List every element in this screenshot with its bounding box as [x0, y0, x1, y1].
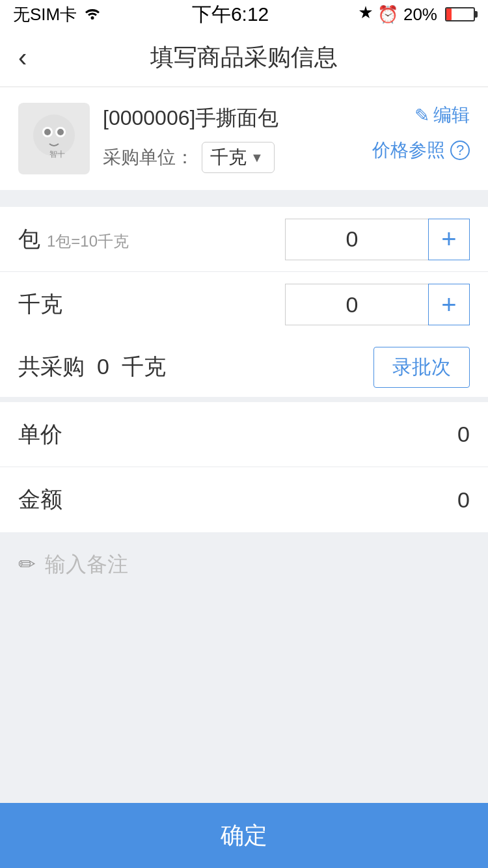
- total-row: 共采购 0 千克 录批次: [0, 337, 488, 402]
- status-bar-right: ⏰ 20%: [359, 5, 475, 25]
- amount-label: 金额: [18, 485, 62, 515]
- kg-plus-button[interactable]: +: [428, 284, 470, 325]
- bag-label: 包 1包=10千克: [18, 224, 129, 254]
- battery-percent: 20%: [403, 5, 437, 25]
- battery-icon: [445, 7, 475, 21]
- kg-input-control: +: [285, 284, 470, 325]
- product-unit-row: 采购单位： 千克 ▼: [103, 142, 278, 173]
- total-prefix: 共采购: [18, 354, 85, 379]
- unit-dropdown[interactable]: 千克 ▼: [202, 142, 275, 173]
- svg-text:智十: 智十: [49, 150, 65, 158]
- product-name: [0000006]手撕面包: [103, 104, 278, 133]
- bag-sublabel-text: 1包=10千克: [47, 231, 129, 252]
- product-right: ✎ 编辑 价格参照 ?: [372, 103, 470, 163]
- back-button[interactable]: ‹: [18, 43, 27, 72]
- svg-point-3: [44, 129, 51, 135]
- edit-label: 编辑: [433, 103, 470, 128]
- location-icon: [359, 5, 372, 25]
- product-card: 智十 [0000006]手撕面包 采购单位： 千克 ▼ ✎ 编: [0, 87, 488, 195]
- bag-plus-button[interactable]: +: [428, 219, 470, 260]
- chevron-down-icon: ▼: [251, 150, 264, 165]
- content-spacer: [0, 634, 488, 803]
- confirm-button[interactable]: 确定: [0, 803, 488, 868]
- bag-label-text: 包: [18, 224, 40, 254]
- status-bar-left: 无SIM卡: [13, 3, 102, 26]
- page-title: 填写商品采购信息: [150, 42, 338, 74]
- kg-label: 千克: [18, 290, 62, 319]
- product-thumbnail-icon: 智十: [31, 113, 77, 165]
- product-image: 智十: [18, 103, 90, 174]
- input-section: 包 1包=10千克 + 千克 +: [0, 207, 488, 337]
- svg-point-4: [57, 129, 64, 135]
- pencil-icon: ✏: [18, 552, 36, 576]
- note-placeholder: 输入备注: [45, 550, 128, 579]
- wifi-icon: [83, 5, 102, 25]
- edit-button[interactable]: ✎ 编辑: [414, 103, 470, 128]
- unit-value: 千克: [210, 145, 247, 170]
- price-row: 单价 0: [0, 402, 488, 467]
- note-section[interactable]: ✏ 输入备注: [0, 532, 488, 634]
- bag-quantity-input[interactable]: [285, 219, 428, 260]
- alarm-icon: ⏰: [377, 5, 398, 25]
- amount-row: 金额 0: [0, 467, 488, 532]
- input-row-bag: 包 1包=10千克 +: [0, 207, 488, 272]
- amount-value: 0: [457, 487, 470, 513]
- product-left: 智十 [0000006]手撕面包 采购单位： 千克 ▼: [18, 103, 278, 174]
- kg-quantity-input[interactable]: [285, 284, 428, 325]
- total-value: 0: [97, 354, 109, 379]
- unit-label: 采购单位：: [103, 145, 194, 170]
- info-icon: ?: [450, 141, 470, 160]
- carrier-text: 无SIM卡: [13, 3, 77, 26]
- status-bar-time: 下午6:12: [192, 1, 269, 28]
- input-row-kg: 千克 +: [0, 272, 488, 337]
- total-unit: 千克: [122, 354, 166, 379]
- price-ref-label: 价格参照: [372, 138, 445, 163]
- total-text: 共采购 0 千克: [18, 352, 166, 382]
- kg-label-text: 千克: [18, 290, 62, 319]
- price-value: 0: [457, 422, 470, 447]
- info-section: 单价 0 金额 0: [0, 402, 488, 532]
- status-bar: 无SIM卡 下午6:12 ⏰ 20%: [0, 0, 488, 29]
- nav-bar: ‹ 填写商品采购信息: [0, 29, 488, 87]
- batch-button[interactable]: 录批次: [373, 347, 470, 388]
- section-divider-1: [0, 195, 488, 207]
- price-label: 单价: [18, 420, 62, 450]
- bag-input-control: +: [285, 219, 470, 260]
- edit-icon: ✎: [414, 105, 429, 126]
- product-info: [0000006]手撕面包 采购单位： 千克 ▼: [103, 104, 278, 173]
- price-ref-button[interactable]: 价格参照 ?: [372, 138, 470, 163]
